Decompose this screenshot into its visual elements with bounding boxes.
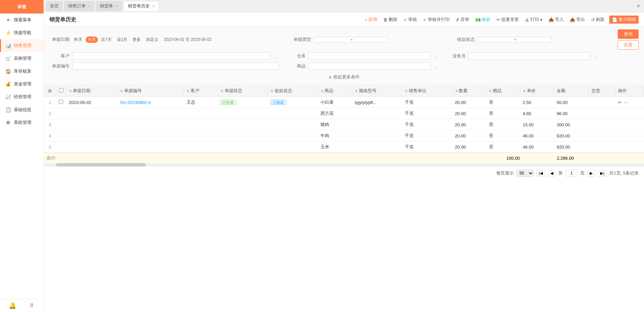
col-order-status[interactable]: ⇅ 单据状态 [218,85,268,97]
tab-sales-delivery-close[interactable]: × [116,4,118,8]
last-page-button[interactable]: ▶| [598,170,607,177]
salesperson-filter-input[interactable] [468,52,590,60]
row-checkbox[interactable] [59,100,63,104]
date-7days[interactable]: 近7天 [99,36,114,43]
row-trade [589,130,615,141]
notification-icon[interactable]: 🔔 [9,302,16,309]
row-checkbox-cell [56,119,66,130]
col-date[interactable]: ⇅ 单据日期 [66,85,117,97]
sidebar-item-system[interactable]: ⚙ 系统管理 [0,116,44,129]
sidebar-item-finance[interactable]: 💰 资金管理 [0,78,44,90]
date-custom[interactable]: 自定义 [144,36,160,43]
sidebar-item-purchase-mgmt[interactable]: 🛒 采购管理 [0,52,44,65]
row-customer [184,130,218,141]
product-filter-input[interactable] [308,62,430,70]
refresh-button[interactable]: ↺ 刷新 [590,16,606,23]
sidebar-item-sales-mgmt[interactable]: 📊 销售管理 [0,39,44,52]
tab-sales-history-close[interactable]: × [152,4,155,8]
pause-icon[interactable]: ⏸ [29,302,35,309]
customer-filter-label: 客户 [49,53,69,59]
col-unit[interactable]: ⇅ 销售单位 [402,85,452,97]
status-filter-select[interactable]: ▾ [477,37,552,43]
warehouse-filter-input[interactable] [308,52,430,60]
row-num: 3 [44,119,56,130]
review-button[interactable]: ✓ 审核 [402,16,418,23]
customer-dots-btn[interactable]: ... [275,53,279,59]
page-input[interactable] [565,170,578,177]
sort-icon: ⇅ [523,89,526,93]
order-no-filter-input[interactable] [72,62,279,70]
prev-page-button[interactable]: ◀ [548,170,556,177]
export-button[interactable]: 📤 导出 [568,16,586,23]
row-pay-status [268,119,318,130]
more-icon[interactable]: ⋯ [624,100,628,105]
col-product[interactable]: ⇅ 商品 [318,85,352,97]
col-spec[interactable]: ⇅ 规格型号 [352,85,402,97]
tab-bar: 首页 销售订单 × 销货单 × 销货单历史 × × [44,0,644,12]
system-icon: ⚙ [5,120,11,125]
row-qty: 20.00 [452,97,486,108]
print-button[interactable]: 🖨 打印 ▾ [524,16,544,23]
show-detail-button[interactable]: 📄 显示明细 [609,16,639,24]
tab-sales-delivery[interactable]: 销货单 × [96,1,122,11]
delete-button[interactable]: 🗑 删除 [382,16,399,23]
salesperson-filter-label: 业务员 [445,53,466,59]
query-button[interactable]: 查询 [618,29,639,39]
sidebar-item-inventory[interactable]: 🏠 库存核算 [0,65,44,78]
pay-status-badge: 已收款 [271,100,286,105]
tab-home[interactable]: 首页 [46,1,63,11]
abandon-button[interactable]: ✗ 弃审 [454,16,471,23]
customer-filter-input[interactable] [72,52,271,60]
salesperson-dots-btn[interactable]: ... [594,53,598,59]
order-no-link[interactable]: SA-20230602-6 [120,100,151,105]
col-qty[interactable]: ⇅ 数量 [452,85,486,97]
row-num: 2 [44,108,56,119]
col-gift[interactable]: ⇅ 赠品 [486,85,520,97]
sort-icon: ⇅ [69,89,72,93]
tab-sales-history[interactable]: 销货单历史 × [123,1,159,11]
type-filter-select[interactable]: ▾ [314,37,388,43]
row-spec [352,141,402,153]
tab-bar-close[interactable]: × [634,3,643,9]
date-1month[interactable]: 近1月 [115,36,130,43]
review-print-button[interactable]: ✓ 审核并打印 [422,16,451,23]
col-checkbox [56,85,66,97]
row-qty: 20.00 [452,141,486,153]
date-yesterday[interactable]: 昨天 [72,36,84,43]
col-order-no[interactable]: ⇅ 单据编号 [117,85,184,97]
collect-button[interactable]: 💵 收款 [474,16,492,23]
date-today[interactable]: 今天 [86,36,98,43]
horizontal-scrollbar[interactable] [44,163,644,166]
select-all-checkbox[interactable] [59,88,63,93]
next-page-button[interactable]: ▶ [587,170,595,177]
per-page-select[interactable]: 50 100 200 [516,170,534,177]
row-unit: 千克 [402,119,452,130]
new-button[interactable]: + 新增 [363,16,379,23]
tab-sales-order[interactable]: 销售订单 × [64,1,94,11]
date-more[interactable]: 更多 [131,36,143,43]
product-dots-btn[interactable]: ... [435,63,439,69]
warehouse-dots-btn[interactable]: ... [435,53,439,59]
setting-button[interactable]: 设置 [618,40,639,50]
col-settings[interactable]: ⚙ [44,85,56,97]
row-price: 4.80 [520,108,554,119]
sidebar-item-basic-info[interactable]: 📋 基础信息 [0,103,44,116]
batch-change-button[interactable]: ✏ 批量变更 [495,16,520,23]
sidebar-item-quick-nav[interactable]: ⚡ 快捷导航 [0,26,44,39]
sidebar-item-search-menu[interactable]: ≡ 搜索菜单 [0,14,44,26]
row-order-status [218,119,268,130]
edit-icon[interactable]: ✏ [618,100,622,105]
row-amount: 920.00 [554,141,589,153]
first-page-button[interactable]: |◀ [536,170,545,177]
tab-sales-order-close[interactable]: × [88,4,90,8]
row-product: 牛肉 [318,130,352,141]
collapse-button[interactable]: ∧ 收起更多条件 [49,73,639,81]
sidebar-item-operation[interactable]: 📈 经营管理 [0,90,44,103]
tab-sales-delivery-label: 销货单 [100,3,113,9]
col-pay-status[interactable]: ⇅ 收款状态 [268,85,318,97]
col-price[interactable]: ⇅ 单价 [520,85,554,97]
import-button[interactable]: 📥 导入 [547,16,565,23]
col-customer[interactable]: ⇅ 客户 [184,85,218,97]
row-action: ✏⋯ [615,97,644,108]
scrollbar-thumb[interactable] [56,163,146,166]
